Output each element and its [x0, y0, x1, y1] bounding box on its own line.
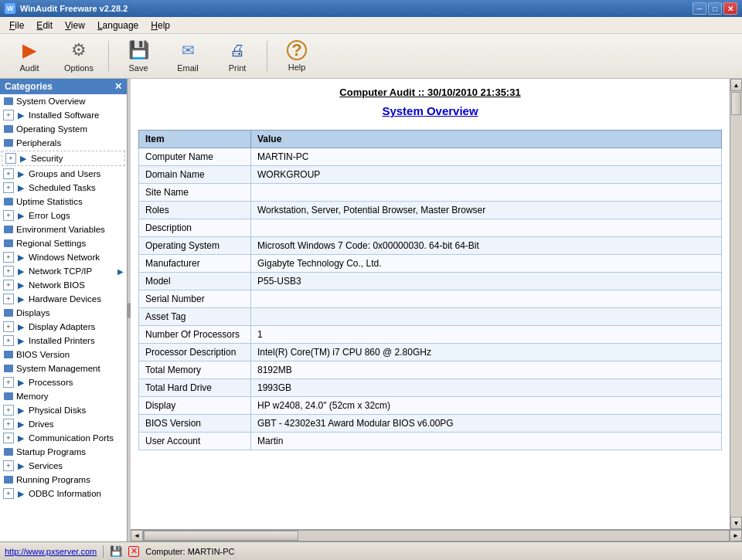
- sidebar-label-network-bios: Network BIOS: [29, 280, 85, 290]
- table-row: Processor DescriptionIntel(R) Core(TM) i…: [139, 344, 722, 361]
- expand-windows-network[interactable]: +: [3, 252, 14, 263]
- sidebar-item-windows-network[interactable]: + ▶ Windows Network: [0, 250, 127, 264]
- sidebar-item-network-bios[interactable]: + ▶ Network BIOS: [0, 278, 127, 292]
- menu-help[interactable]: Help: [145, 19, 176, 32]
- menu-edit[interactable]: Edit: [30, 19, 59, 32]
- table-cell-item: Serial Number: [139, 290, 251, 308]
- app-icon: W: [5, 3, 15, 14]
- expand-drives[interactable]: +: [3, 419, 14, 429]
- sidebar-item-system-overview[interactable]: System Overview: [0, 94, 127, 108]
- network-tcp-icon: ▶: [15, 266, 26, 277]
- expand-groups-users[interactable]: +: [3, 168, 14, 179]
- expand-scheduled-tasks[interactable]: +: [3, 182, 14, 193]
- print-button[interactable]: 🖨 Print: [214, 37, 260, 76]
- expand-error-logs[interactable]: +: [3, 210, 14, 221]
- sidebar-close-button[interactable]: ✕: [114, 81, 122, 92]
- uptime-icon: [3, 196, 14, 207]
- report-header: Computer Audit :: 30/10/2010 21:35:31 Sy…: [138, 87, 722, 117]
- sidebar-item-bios-version[interactable]: BIOS Version: [0, 348, 127, 361]
- sidebar-item-error-logs[interactable]: + ▶ Error Logs: [0, 209, 127, 222]
- help-icon: ?: [287, 40, 307, 60]
- sidebar-label-system-mgmt: System Management: [16, 364, 100, 373]
- sidebar-item-comm-ports[interactable]: + ▶ Communication Ports: [0, 431, 127, 445]
- sidebar-item-displays[interactable]: Displays: [0, 306, 127, 320]
- sidebar-item-installed-printers[interactable]: + ▶ Installed Printers: [0, 334, 127, 348]
- help-button[interactable]: ? Help: [274, 37, 320, 76]
- sidebar-item-groups-users[interactable]: + ▶ Groups and Users: [0, 167, 127, 181]
- sidebar-item-network-tcp[interactable]: + ▶ Network TCP/IP ▶: [0, 264, 127, 278]
- email-button[interactable]: ✉ Email: [165, 37, 211, 76]
- expand-processors[interactable]: +: [3, 377, 14, 388]
- sidebar-item-processors[interactable]: + ▶ Processors: [0, 375, 127, 389]
- sidebar-item-scheduled-tasks[interactable]: + ▶ Scheduled Tasks: [0, 181, 127, 195]
- scrollbar-thumb[interactable]: [731, 92, 741, 115]
- sidebar-label-running-programs: Running Programs: [16, 475, 90, 484]
- expand-comm-ports[interactable]: +: [3, 433, 14, 443]
- expand-installed-software[interactable]: +: [3, 110, 14, 120]
- save-button[interactable]: 💾 Save: [115, 37, 162, 76]
- h-scrollbar-thumb[interactable]: [144, 531, 298, 541]
- sidebar-item-hardware-devices[interactable]: + ▶ Hardware Devices: [0, 292, 127, 306]
- maximize-button[interactable]: □: [708, 2, 722, 15]
- bios-version-icon: [3, 349, 14, 360]
- expand-physical-disks[interactable]: +: [3, 405, 14, 416]
- sidebar-item-regional[interactable]: Regional Settings: [0, 236, 127, 250]
- sidebar-item-operating-system[interactable]: Operating System: [0, 122, 127, 136]
- expand-network-tcp[interactable]: +: [3, 266, 14, 277]
- save-icon: 💾: [128, 39, 149, 61]
- menu-language[interactable]: Language: [91, 19, 145, 32]
- table-cell-value: Gigabyte Technology Co., Ltd.: [251, 255, 722, 273]
- close-button[interactable]: ✕: [723, 2, 737, 15]
- expand-display-adapters[interactable]: +: [3, 321, 14, 332]
- expand-installed-printers[interactable]: +: [3, 335, 14, 346]
- scroll-down-button[interactable]: ▼: [730, 517, 742, 529]
- expand-security[interactable]: +: [5, 153, 16, 164]
- menu-view[interactable]: View: [59, 19, 91, 32]
- error-logs-icon: ▶: [15, 210, 26, 221]
- sidebar-item-physical-disks[interactable]: + ▶ Physical Disks: [0, 403, 127, 417]
- sidebar-item-memory[interactable]: Memory: [0, 389, 127, 403]
- table-cell-value: [251, 290, 722, 308]
- expand-services[interactable]: +: [3, 460, 14, 471]
- expand-odbc[interactable]: +: [3, 488, 14, 499]
- sidebar-item-uptime[interactable]: Uptime Statistics: [0, 195, 127, 209]
- sidebar-item-installed-software[interactable]: + ▶ Installed Software: [0, 108, 127, 122]
- sidebar-item-env-vars[interactable]: Environment Variables: [0, 222, 127, 236]
- installed-software-icon: ▶: [15, 110, 26, 120]
- table-cell-item: Operating System: [139, 237, 251, 255]
- sidebar-item-peripherals[interactable]: Peripherals: [0, 136, 127, 150]
- table-row: ModelP55-USB3: [139, 273, 722, 290]
- sidebar-item-running-programs[interactable]: Running Programs: [0, 473, 127, 487]
- options-button[interactable]: ⚙ Options: [56, 37, 102, 76]
- table-row: Description: [139, 219, 722, 237]
- table-cell-value: Workstation, Server, Potential Browser, …: [251, 202, 722, 219]
- table-cell-item: User Account: [139, 433, 251, 450]
- expand-network-bios[interactable]: +: [3, 280, 14, 290]
- status-link[interactable]: http://www.pxserver.com: [5, 547, 97, 556]
- audit-button[interactable]: ▶ Audit: [6, 37, 53, 76]
- table-cell-item: Total Hard Drive: [139, 379, 251, 397]
- table-cell-value: GBT - 42302e31 Award Modular BIOS v6.00P…: [251, 415, 722, 433]
- security-icon: ▶: [18, 153, 29, 164]
- sidebar-item-security[interactable]: + ▶ Security: [2, 151, 125, 166]
- sidebar-item-drives[interactable]: + ▶ Drives: [0, 417, 127, 431]
- sidebar-item-display-adapters[interactable]: + ▶ Display Adapters: [0, 320, 127, 334]
- sidebar-item-odbc[interactable]: + ▶ ODBC Information: [0, 487, 127, 501]
- expand-hardware-devices[interactable]: +: [3, 294, 14, 304]
- sidebar-item-services[interactable]: + ▶ Services: [0, 459, 127, 473]
- table-cell-item: Roles: [139, 202, 251, 219]
- sidebar-item-system-mgmt[interactable]: System Management: [0, 361, 127, 375]
- table-cell-item: Model: [139, 273, 251, 290]
- sidebar-label-windows-network: Windows Network: [29, 253, 100, 262]
- minimize-button[interactable]: ─: [693, 2, 706, 15]
- scroll-left-button[interactable]: ◄: [131, 530, 143, 541]
- sidebar-item-startup-programs[interactable]: Startup Programs: [0, 445, 127, 459]
- table-row: ManufacturerGigabyte Technology Co., Ltd…: [139, 255, 722, 273]
- report-section-title: System Overview: [138, 104, 722, 117]
- menu-file[interactable]: File: [3, 19, 30, 32]
- scroll-right-button[interactable]: ►: [730, 530, 742, 541]
- scroll-up-button[interactable]: ▲: [730, 79, 742, 91]
- system-mgmt-icon: [3, 363, 14, 374]
- table-row: User AccountMartin: [139, 433, 722, 450]
- table-cell-item: Computer Name: [139, 148, 251, 166]
